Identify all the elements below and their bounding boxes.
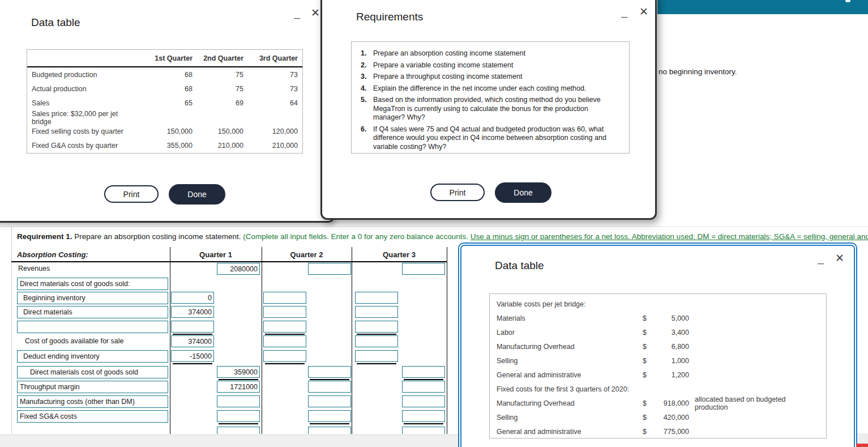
- ws-input-q3-row5[interactable]: [355, 335, 398, 347]
- requirement-item: 1.Prepare an absorption costing income s…: [361, 49, 621, 58]
- requirement-hint: (Complete all input fields. Enter a 0 fo…: [243, 232, 470, 241]
- close-icon[interactable]: ✕: [639, 6, 648, 17]
- ws-input-q2-row5[interactable]: [263, 335, 306, 347]
- ws-input-q1-row6[interactable]: -15000: [171, 350, 214, 362]
- cost-row: Manufacturing Overhead$6,800: [497, 339, 819, 354]
- close-icon[interactable]: ✕: [311, 7, 320, 18]
- minimize-icon[interactable]: –: [621, 11, 627, 22]
- requirements-box: 1.Prepare an absorption costing income s…: [351, 41, 630, 154]
- ws-input-q1-row10[interactable]: [217, 410, 260, 422]
- ws-input-q1-row3[interactable]: 374000: [171, 306, 214, 318]
- red-indicator: [856, 444, 868, 447]
- top-bar-glyph: [845, 0, 850, 2]
- ws-input-q1-row8[interactable]: 1721000: [217, 381, 260, 393]
- currency-symbol: $: [643, 428, 653, 436]
- ws-input-q3-row7[interactable]: [402, 366, 445, 378]
- ws-input-q1-row9[interactable]: [217, 395, 260, 407]
- ws-row-label-8[interactable]: Throughput margin: [17, 381, 168, 393]
- requirement-text: Prepare an absorption costing income sta…: [373, 49, 621, 58]
- requirements-dialog: Requirements – ✕ 1.Prepare an absorption…: [320, 0, 657, 220]
- ws-row-label-2[interactable]: Beginning inventory: [17, 292, 168, 304]
- cost-label: Materials: [497, 314, 643, 322]
- ws-input-q2-row2[interactable]: [263, 292, 306, 304]
- ws-input-q2-row0[interactable]: [308, 263, 351, 275]
- subtotal-rule: [357, 363, 396, 364]
- ws-input-q2-row3[interactable]: [263, 306, 306, 318]
- print-button[interactable]: Print: [430, 184, 485, 201]
- ws-input-q3-row4[interactable]: [355, 321, 398, 333]
- cell-value: 68: [136, 71, 193, 79]
- cost-data-table-dialog: Data table – ✕ Variable costs per jet br…: [458, 242, 857, 447]
- ws-input-q1-row0[interactable]: 2080000: [217, 263, 260, 275]
- cell-value: 150,000: [193, 127, 243, 135]
- ws-input-q3-row10[interactable]: [402, 410, 445, 422]
- cost-value: 1,000: [653, 357, 689, 365]
- cost-section-header: Variable costs per jet bridge:: [497, 297, 819, 311]
- ws-input-q3-row3[interactable]: [355, 306, 398, 318]
- done-button[interactable]: Done: [495, 182, 551, 203]
- ws-row-label-9[interactable]: Manufacturing costs (other than DM): [17, 395, 168, 408]
- ws-row-label-4[interactable]: [17, 321, 168, 333]
- cost-value: 775,000: [653, 428, 689, 436]
- ws-input-q1-row4[interactable]: [171, 321, 214, 333]
- ws-input-q2-row11[interactable]: [308, 427, 351, 434]
- cost-row: Selling$1,000: [497, 354, 819, 368]
- ws-input-q1-row5[interactable]: 374000: [171, 335, 214, 347]
- requirement-number: 1.: [361, 49, 373, 58]
- close-icon[interactable]: ✕: [835, 253, 844, 263]
- quarter-3-header: Quarter 3: [352, 250, 447, 259]
- ws-input-q2-row6[interactable]: [263, 350, 306, 362]
- cost-row: General and administrative$775,000: [497, 424, 819, 439]
- scrollbar-corner: [858, 433, 868, 444]
- ws-input-q2-row10[interactable]: [308, 410, 351, 422]
- cost-value: 918,000: [653, 399, 689, 407]
- subtotal-rule: [404, 379, 443, 380]
- subtotal-rule: [404, 423, 443, 424]
- ws-row-label-3[interactable]: Direct materials: [17, 306, 168, 318]
- cost-row: General and administrative$1,200: [497, 368, 819, 382]
- ws-input-q3-row8[interactable]: [402, 381, 445, 393]
- ws-row-label-6[interactable]: Deduct ending inventory: [17, 350, 168, 363]
- worksheet-section-header: Absorption Costing:: [17, 250, 88, 259]
- done-button[interactable]: Done: [169, 184, 225, 205]
- minimize-icon[interactable]: –: [818, 257, 824, 269]
- column-divider: [262, 247, 262, 434]
- row-label: Fixed G&A costs by quarter: [32, 142, 136, 150]
- cost-label: Manufacturing Overhead: [497, 399, 643, 407]
- requirement-text: Prepare a variable costing income statem…: [373, 61, 621, 70]
- cost-label: Selling: [497, 414, 643, 422]
- ws-input-q2-row7[interactable]: [308, 366, 351, 378]
- cell-value: 64: [243, 99, 298, 107]
- cell-value: 65: [136, 99, 193, 107]
- print-button[interactable]: Print: [104, 185, 159, 203]
- requirement-text: Prepare an absorption costing income sta…: [72, 232, 243, 241]
- ws-input-q2-row9[interactable]: [308, 395, 351, 407]
- ws-input-q1-row11[interactable]: [217, 427, 260, 434]
- header-rule: [11, 261, 447, 262]
- ws-input-q3-row9[interactable]: [402, 395, 445, 407]
- ws-input-q2-row8[interactable]: [308, 381, 351, 393]
- ws-input-q3-row11[interactable]: [402, 427, 445, 434]
- ws-input-q1-row7[interactable]: 359000: [217, 366, 260, 378]
- cost-row: Materials$5,000: [497, 311, 819, 325]
- cost-value: 5,000: [653, 314, 689, 322]
- column-divider: [170, 247, 170, 434]
- column-header: 1st Quarter: [136, 54, 193, 62]
- ws-input-q3-row2[interactable]: [355, 292, 398, 304]
- table-header-row: 1st Quarter2nd Quarter3rd Quarter: [27, 50, 302, 67]
- ws-input-q3-row0[interactable]: [402, 263, 445, 275]
- ws-input-q2-row4[interactable]: [263, 321, 306, 333]
- row-label: Budgeted production: [32, 71, 136, 79]
- cell-value: 75: [193, 71, 243, 79]
- subtotal-rule: [310, 423, 349, 424]
- ws-input-q3-row6[interactable]: [355, 350, 398, 362]
- ws-input-q1-row2[interactable]: 0: [171, 292, 214, 304]
- ws-row-label-1[interactable]: Direct materials cost of goods sold:: [17, 278, 168, 290]
- minimize-icon[interactable]: –: [294, 12, 300, 23]
- cost-value: 3,400: [653, 329, 689, 337]
- cell-value: 355,000: [136, 142, 193, 150]
- column-header: 3rd Quarter: [243, 54, 298, 62]
- ws-row-label-7[interactable]: Direct materials cost of goods sold: [17, 366, 168, 378]
- ws-row-label-10[interactable]: Fixed SG&A costs: [17, 410, 168, 423]
- cost-section-header: Fixed costs for the first 3 quarters of …: [497, 382, 819, 396]
